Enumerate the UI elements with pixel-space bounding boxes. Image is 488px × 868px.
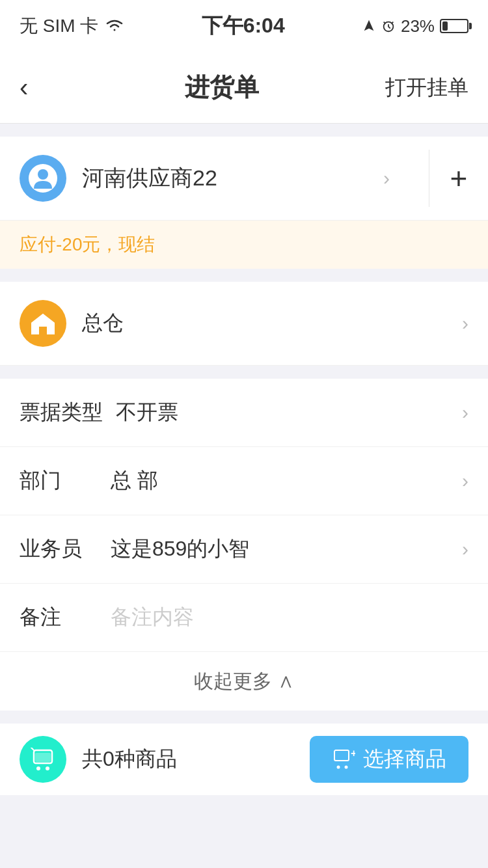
product-count: 共0种商品 [82, 745, 310, 774]
ticket-type-value: 不开票 [116, 398, 462, 427]
svg-text:+: + [351, 749, 355, 759]
collapse-label: 收起更多 ∧ [194, 668, 293, 695]
warehouse-chevron-icon: › [462, 312, 468, 334]
svg-point-1 [38, 169, 48, 180]
status-carrier: 无 SIM 卡 [20, 14, 124, 38]
notice-bar: 应付-20元，现结 [0, 221, 488, 269]
remark-row[interactable]: 备注 备注内容 [0, 584, 488, 652]
department-label: 部门 [20, 467, 98, 495]
svg-point-5 [36, 766, 40, 770]
svg-rect-7 [35, 753, 51, 762]
ticket-type-label: 票据类型 [20, 398, 103, 427]
department-value: 总 部 [111, 467, 462, 495]
avatar-inner [29, 164, 57, 193]
collapse-button[interactable]: 收起更多 ∧ [0, 652, 488, 711]
battery-fill [442, 21, 448, 31]
supplier-section: 河南供应商22 › + [0, 137, 488, 221]
warehouse-icon-wrap [20, 300, 66, 347]
back-button[interactable]: ‹ [20, 73, 59, 102]
svg-marker-3 [31, 314, 55, 323]
carrier-text: 无 SIM 卡 [20, 14, 98, 38]
warehouse-row[interactable]: 总仓 › [0, 282, 488, 366]
gap-1 [0, 124, 488, 137]
nav-bar: ‹ 进货单 打开挂单 [0, 52, 488, 124]
department-chevron-icon: › [462, 470, 468, 492]
plus-icon: + [450, 163, 468, 193]
remark-label: 备注 [20, 603, 98, 632]
salesperson-chevron-icon: › [462, 538, 468, 560]
bottom-bar: 共0种商品 + 选择商品 [0, 724, 488, 795]
alarm-icon [381, 19, 396, 33]
person-icon [31, 167, 55, 190]
status-right: 23% [362, 16, 468, 36]
svg-point-9 [337, 766, 340, 769]
status-bar: 无 SIM 卡 下午6:04 23% [0, 0, 488, 52]
svg-rect-8 [334, 750, 349, 761]
page-title: 进货单 [185, 71, 259, 104]
warehouse-icon [30, 311, 56, 336]
svg-point-6 [46, 766, 49, 770]
form-card: 票据类型 不开票 › 部门 总 部 › 业务员 这是859的小智 › 备注 备注… [0, 379, 488, 711]
salesperson-row[interactable]: 业务员 这是859的小智 › [0, 515, 488, 584]
gap-2 [0, 269, 488, 282]
select-btn-icon: + [332, 749, 355, 770]
select-btn-label: 选择商品 [363, 745, 446, 774]
notice-text: 应付-20元，现结 [20, 234, 155, 254]
battery-text: 23% [401, 16, 435, 36]
add-supplier-button[interactable]: + [429, 137, 488, 220]
supplier-avatar [20, 155, 66, 202]
salesperson-value: 这是859的小智 [111, 535, 462, 563]
wifi-icon [105, 18, 124, 34]
status-time: 下午6:04 [202, 12, 285, 40]
battery-icon [440, 19, 468, 33]
open-pending-button[interactable]: 打开挂单 [385, 74, 468, 102]
salesperson-label: 业务员 [20, 535, 98, 563]
ticket-type-chevron-icon: › [462, 401, 468, 424]
department-row[interactable]: 部门 总 部 › [0, 447, 488, 515]
content-area: 河南供应商22 › + 应付-20元，现结 总仓 › 票据类型 不开票 [0, 124, 488, 795]
svg-rect-2 [39, 327, 47, 334]
cart-icon-wrap [20, 736, 66, 783]
remark-placeholder: 备注内容 [111, 603, 468, 632]
supplier-name: 河南供应商22 [82, 163, 383, 193]
select-product-button[interactable]: + 选择商品 [310, 736, 468, 783]
svg-point-10 [345, 766, 348, 769]
gap-3 [0, 366, 488, 379]
cart-icon [30, 748, 56, 771]
location-icon [362, 19, 376, 33]
supplier-chevron-icon: › [383, 167, 390, 189]
warehouse-name: 总仓 [82, 309, 462, 338]
ticket-type-row[interactable]: 票据类型 不开票 › [0, 379, 488, 447]
supplier-main[interactable]: 河南供应商22 › [0, 137, 429, 220]
